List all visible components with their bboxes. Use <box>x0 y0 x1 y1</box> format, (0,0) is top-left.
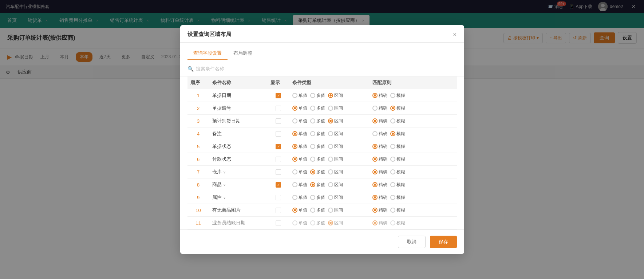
row-name-8: 商品 ∨ <box>209 181 268 188</box>
radio-exact-7[interactable]: 精确 <box>372 169 387 175</box>
radio-multi-10[interactable]: 多值 <box>310 207 325 213</box>
radio-multi-11[interactable]: 多值 <box>310 220 325 226</box>
radio-single-10[interactable]: 单值 <box>292 207 307 213</box>
radio-multi-7[interactable]: 多值 <box>310 169 325 175</box>
tab-query-fields[interactable]: 查询字段设置 <box>187 47 228 60</box>
radio-single-7[interactable]: 单值 <box>292 169 307 175</box>
radio-exact-5[interactable]: 精确 <box>372 144 387 150</box>
row-display-8[interactable] <box>268 182 289 188</box>
row-display-9[interactable] <box>268 195 289 200</box>
radio-multi-9[interactable]: 多值 <box>310 194 325 201</box>
radio-range-11[interactable]: 区间 <box>328 220 343 226</box>
radio-single-1[interactable]: 单值 <box>292 93 307 99</box>
radio-circle <box>292 195 297 200</box>
radio-single-5[interactable]: 单值 <box>292 144 307 150</box>
radio-single-9[interactable]: 单值 <box>292 194 307 201</box>
radio-single-3[interactable]: 单值 <box>292 118 307 124</box>
radio-range-1[interactable]: 区间 <box>328 93 343 99</box>
table-row: 6 付款状态 单值 多值 区间 精确 模糊 <box>187 153 457 166</box>
checkbox-7[interactable] <box>276 169 281 175</box>
radio-exact-2[interactable]: 精确 <box>372 105 387 111</box>
radio-fuzzy-7[interactable]: 模糊 <box>390 169 405 175</box>
radio-multi-2[interactable]: 多值 <box>310 105 325 111</box>
radio-fuzzy-3[interactable]: 模糊 <box>390 118 405 124</box>
row-display-6[interactable] <box>268 157 289 162</box>
dialog-footer: 取消 保存 <box>180 229 464 254</box>
radio-range-8[interactable]: 区间 <box>328 182 343 188</box>
radio-multi-4[interactable]: 多值 <box>310 131 325 137</box>
row-display-5[interactable] <box>268 144 289 149</box>
row-order-7: 7 <box>187 169 209 175</box>
row-order-2: 2 <box>187 106 209 111</box>
checkbox-8[interactable] <box>276 182 281 188</box>
row-type-11: 单值 多值 区间 <box>289 220 370 226</box>
radio-range-10[interactable]: 区间 <box>328 207 343 213</box>
row-display-2[interactable] <box>268 106 289 111</box>
radio-single-6[interactable]: 单值 <box>292 156 307 162</box>
radio-fuzzy-1[interactable]: 模糊 <box>390 93 405 99</box>
radio-fuzzy-5[interactable]: 模糊 <box>390 144 405 150</box>
radio-fuzzy-4[interactable]: 模糊 <box>390 131 405 137</box>
radio-fuzzy-8[interactable]: 模糊 <box>390 182 405 188</box>
radio-fuzzy-2[interactable]: 模糊 <box>390 105 405 111</box>
checkbox-9[interactable] <box>276 195 281 200</box>
radio-exact-3[interactable]: 精确 <box>372 118 387 124</box>
row-type-5: 单值 多值 区间 <box>289 144 370 150</box>
row-display-11[interactable] <box>268 220 289 226</box>
checkbox-1[interactable] <box>276 93 281 98</box>
radio-single-2[interactable]: 单值 <box>292 105 307 111</box>
radio-multi-8[interactable]: 多值 <box>310 182 325 188</box>
radio-fuzzy-9[interactable]: 模糊 <box>390 194 405 201</box>
radio-range-9[interactable]: 区间 <box>328 194 343 201</box>
radio-exact-1[interactable]: 精确 <box>372 93 387 99</box>
radio-multi-3[interactable]: 多值 <box>310 118 325 124</box>
search-input[interactable] <box>196 64 457 73</box>
save-button[interactable]: 保存 <box>430 236 457 248</box>
radio-range-5[interactable]: 区间 <box>328 144 343 150</box>
row-match-6: 精确 模糊 <box>370 156 442 162</box>
radio-range-3[interactable]: 区间 <box>328 118 343 124</box>
row-display-4[interactable] <box>268 131 289 137</box>
radio-range-4[interactable]: 区间 <box>328 131 343 137</box>
radio-exact-6[interactable]: 精确 <box>372 156 387 162</box>
radio-multi-5[interactable]: 多值 <box>310 144 325 150</box>
row-display-10[interactable] <box>268 208 289 213</box>
radio-range-2[interactable]: 区间 <box>328 105 343 111</box>
radio-fuzzy-11[interactable]: 模糊 <box>390 220 405 226</box>
radio-exact-4[interactable]: 精确 <box>372 131 387 137</box>
radio-exact-8[interactable]: 精确 <box>372 182 387 188</box>
checkbox-2[interactable] <box>276 106 281 111</box>
cancel-button[interactable]: 取消 <box>398 236 426 248</box>
row-type-6: 单值 多值 区间 <box>289 156 370 162</box>
radio-exact-10[interactable]: 精确 <box>372 207 387 213</box>
tab-layout-adjust[interactable]: 布局调整 <box>228 47 258 60</box>
radio-exact-9[interactable]: 精确 <box>372 194 387 201</box>
radio-range-6[interactable]: 区间 <box>328 156 343 162</box>
table-row: 7 仓库 ∨ 单值 多值 区间 精确 模糊 <box>187 166 457 178</box>
checkbox-3[interactable] <box>276 118 281 124</box>
checkbox-4[interactable] <box>276 131 281 137</box>
radio-fuzzy-6[interactable]: 模糊 <box>390 156 405 162</box>
row-display-7[interactable] <box>268 169 289 175</box>
radio-multi-6[interactable]: 多值 <box>310 156 325 162</box>
row-display-3[interactable] <box>268 118 289 124</box>
radio-single-8[interactable]: 单值 <box>292 182 307 188</box>
checkbox-10[interactable] <box>276 208 281 213</box>
row-display-1[interactable] <box>268 93 289 98</box>
radio-single-11[interactable]: 单值 <box>292 220 307 226</box>
checkbox-5[interactable] <box>276 144 281 149</box>
row-type-8: 单值 多值 区间 <box>289 182 370 188</box>
radio-circle <box>390 169 395 174</box>
radio-range-7[interactable]: 区间 <box>328 169 343 175</box>
radio-circle-selected <box>310 169 315 174</box>
checkbox-11[interactable] <box>276 220 281 226</box>
radio-single-4[interactable]: 单值 <box>292 131 307 137</box>
radio-circle-selected <box>372 182 378 187</box>
dialog-title: 设置查询区域布局 <box>187 31 231 38</box>
radio-multi-1[interactable]: 多值 <box>310 93 325 99</box>
chevron-down-icon: ∨ <box>223 170 226 174</box>
dialog-close-button[interactable]: × <box>453 31 457 38</box>
checkbox-6[interactable] <box>276 157 281 162</box>
radio-fuzzy-10[interactable]: 模糊 <box>390 207 405 213</box>
radio-exact-11[interactable]: 精确 <box>372 220 387 226</box>
